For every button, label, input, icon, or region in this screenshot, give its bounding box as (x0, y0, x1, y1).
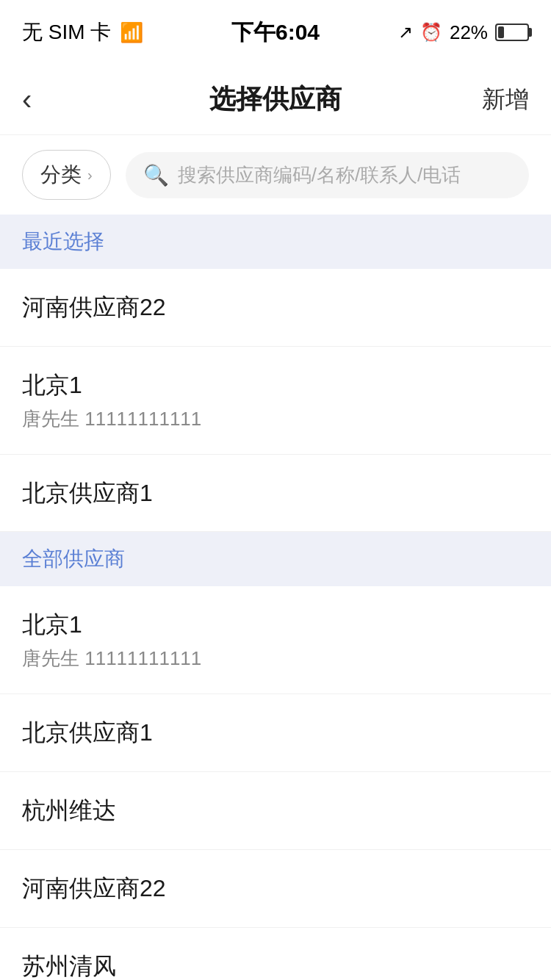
list-item[interactable]: 苏州清风 (0, 928, 551, 980)
list-item[interactable]: 河南供应商22 (0, 850, 551, 928)
search-icon: 🔍 (143, 163, 169, 187)
list-item[interactable]: 北京1唐先生 11111111111 (0, 347, 551, 455)
status-right: ↗ ⏰ 22% (398, 21, 529, 44)
status-bar: 无 SIM 卡 📶 下午6:04 ↗ ⏰ 22% (0, 0, 551, 65)
wifi-icon: 📶 (120, 21, 143, 44)
list-item[interactable]: 杭州维达 (0, 772, 551, 850)
list-item[interactable]: 北京供应商1 (0, 694, 551, 772)
item-detail: 唐先生 11111111111 (22, 406, 529, 432)
item-name: 河南供应商22 (22, 872, 529, 905)
add-button[interactable]: 新增 (470, 84, 529, 116)
list-item[interactable]: 北京供应商1 (0, 455, 551, 533)
battery-percentage: 22% (450, 21, 488, 44)
search-placeholder: 搜索供应商编码/名称/联系人/电话 (178, 162, 461, 188)
item-name: 北京1 (22, 608, 529, 641)
search-input[interactable]: 🔍 搜索供应商编码/名称/联系人/电话 (126, 152, 529, 198)
location-icon: ↗ (398, 22, 413, 43)
item-name: 北京1 (22, 369, 529, 402)
list-item[interactable]: 北京1唐先生 11111111111 (0, 586, 551, 694)
item-name: 杭州维达 (22, 794, 529, 827)
filter-bar: 分类 › 🔍 搜索供应商编码/名称/联系人/电话 (0, 135, 551, 215)
item-name: 苏州清风 (22, 950, 529, 980)
category-label: 分类 (40, 161, 82, 189)
list-item[interactable]: 河南供应商22 (0, 269, 551, 347)
status-time: 下午6:04 (231, 18, 320, 48)
nav-bar: ‹ 选择供应商 新增 (0, 65, 551, 135)
item-name: 北京供应商1 (22, 716, 529, 749)
all-section-header: 全部供应商 (0, 532, 551, 586)
alarm-icon: ⏰ (420, 22, 442, 43)
category-button[interactable]: 分类 › (22, 150, 111, 200)
item-name: 北京供应商1 (22, 477, 529, 510)
all-list: 北京1唐先生 11111111111北京供应商1杭州维达河南供应商22苏州清风 (0, 586, 551, 980)
battery-icon (495, 24, 529, 41)
recent-list: 河南供应商22北京1唐先生 11111111111北京供应商1 (0, 269, 551, 532)
item-detail: 唐先生 11111111111 (22, 646, 529, 671)
page-title: 选择供应商 (81, 82, 470, 118)
recent-section-header: 最近选择 (0, 215, 551, 269)
status-carrier: 无 SIM 卡 📶 (22, 18, 143, 46)
chevron-icon: › (87, 167, 93, 184)
item-name: 河南供应商22 (22, 291, 529, 324)
back-button[interactable]: ‹ (22, 83, 81, 116)
